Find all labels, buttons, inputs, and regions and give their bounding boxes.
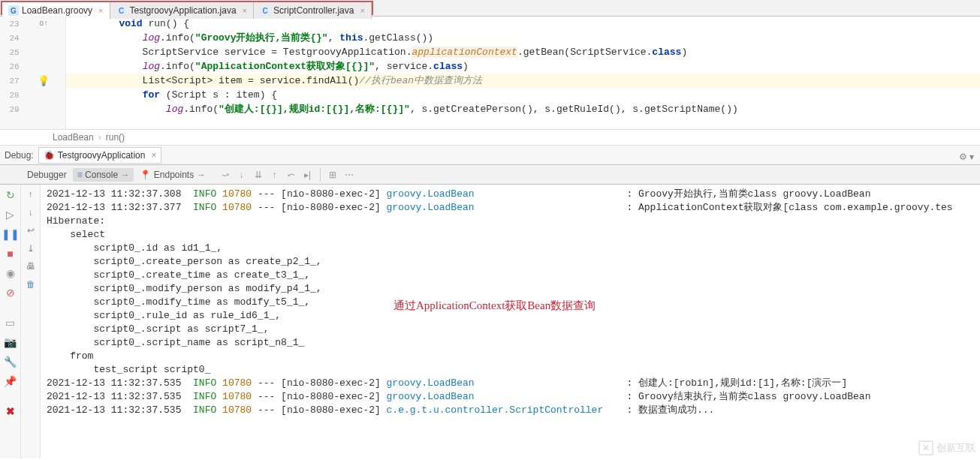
layout-icon[interactable]: ▭ [3,315,18,330]
line-number: 27 [0,77,23,86]
run-config-name: TestgroovyApplication [58,150,146,161]
view-breakpoints-icon[interactable]: ◉ [3,266,18,281]
print-icon[interactable]: 🖶 [24,260,38,273]
debug-tabs-toolbar: Debugger ≡ Console → 📍 Endpoints → ⤻ ↓ ⇊… [0,165,980,185]
resume-icon[interactable]: ▷ [3,207,18,222]
breadcrumb-item[interactable]: LoadBean [53,132,94,143]
code-content[interactable]: void run() { log.info("Groovy开始执行,当前类{}"… [66,17,980,129]
tab-label: TestgroovyApplication.java [130,5,237,16]
mute-breakpoints-icon[interactable]: ⊘ [3,285,18,300]
force-step-into-icon[interactable]: ⇊ [251,170,266,180]
gear-icon[interactable]: ⚙ ▾ [959,152,974,162]
close-icon[interactable]: × [360,6,364,15]
tabs-highlight-box: G LoadBean.groovy × C TestgroovyApplicat… [1,1,373,15]
debug-toolwindow-header: Debug: 🐞 TestgroovyApplication × [0,146,980,165]
console-icon: ≡ [77,170,83,180]
evaluate-icon[interactable]: ⊞ [325,170,340,180]
close-icon[interactable]: × [243,6,247,15]
arrow-icon: → [120,170,129,180]
clear-icon[interactable]: 🗑 [24,278,38,291]
debugger-tab[interactable]: Debugger [23,168,71,182]
pause-icon[interactable]: ❚❚ [3,227,18,242]
java-class-icon: C [116,5,127,16]
tab-label: LoadBean.groovy [22,5,92,16]
soft-wrap-icon[interactable]: ↩ [24,224,38,237]
endpoints-tab[interactable]: 📍 Endpoints → [135,168,210,182]
watermark: ✕ 创新互联 [918,440,975,455]
step-over-icon[interactable]: ⤻ [218,170,233,180]
run-config-tab[interactable]: 🐞 TestgroovyApplication × [38,147,162,164]
trace-icon[interactable]: ⋯ [342,170,357,180]
override-icon[interactable]: o↑ [39,20,48,28]
rerun-icon[interactable]: ↻ [3,188,18,203]
camera-icon[interactable]: 📷 [3,335,18,350]
close-icon[interactable]: × [98,6,103,15]
step-out-icon[interactable]: ↑ [267,170,282,180]
console-left-toolbar: ↑ ↓ ↩ ⤓ 🖶 🗑 [21,185,41,458]
arrow-icon: → [197,170,206,180]
tab-label: ScriptController.java [273,5,354,16]
step-into-icon[interactable]: ↓ [234,170,249,180]
debug-label: Debug: [5,150,34,161]
pin-icon: 📍 [140,170,151,180]
stop-icon[interactable]: ■ [3,246,18,261]
editor-tabs: G LoadBean.groovy × C TestgroovyApplicat… [0,0,980,17]
line-number: 25 [0,48,23,57]
chevron-right-icon: › [98,132,101,143]
settings-icon[interactable]: 🔧 [3,354,18,369]
line-number: 28 [0,91,23,100]
bulb-icon[interactable]: 💡 [38,75,50,87]
breadcrumb: LoadBean › run() [0,129,980,146]
down-icon[interactable]: ↓ [24,206,38,219]
line-number: 26 [0,62,23,71]
line-number: 29 [0,105,23,114]
pin-tab-icon[interactable]: 📌 [3,374,18,389]
annotation-text: 通过ApplicationContext获取Bean数据查询 [394,299,596,313]
scroll-to-end-icon[interactable]: ⤓ [24,242,38,255]
line-number: 24 [0,34,23,43]
drop-frame-icon[interactable]: ⤺ [284,170,299,180]
bug-icon: 🐞 [44,150,55,161]
console-panel: ↻ ▷ ❚❚ ■ ◉ ⊘ ▭ 📷 🔧 📌 ✖ ↑ ↓ ↩ ⤓ 🖶 🗑 2021-… [0,185,980,458]
editor-gutter: 23o↑ 24 25 26 27💡 28 29 [0,17,66,129]
line-number: 23 [0,20,23,29]
console-tab[interactable]: ≡ Console → [73,168,134,182]
up-icon[interactable]: ↑ [24,188,38,201]
close-icon[interactable]: ✖ [3,404,18,419]
breadcrumb-item[interactable]: run() [106,132,125,143]
java-class-icon: C [260,5,270,16]
groovy-file-icon: G [8,5,19,16]
console-output[interactable]: 2021-12-13 11:32:37.308 INFO 10780 --- [… [41,185,980,458]
run-to-cursor-icon[interactable]: ▸| [300,170,315,180]
code-editor[interactable]: 23o↑ 24 25 26 27💡 28 29 void run() { log… [0,17,980,129]
debug-left-toolbar: ↻ ▷ ❚❚ ■ ◉ ⊘ ▭ 📷 🔧 📌 ✖ [0,185,21,458]
close-icon[interactable]: × [151,150,156,161]
endpoints-tab-label: Endpoints [154,170,194,180]
console-tab-label: Console [85,170,118,180]
